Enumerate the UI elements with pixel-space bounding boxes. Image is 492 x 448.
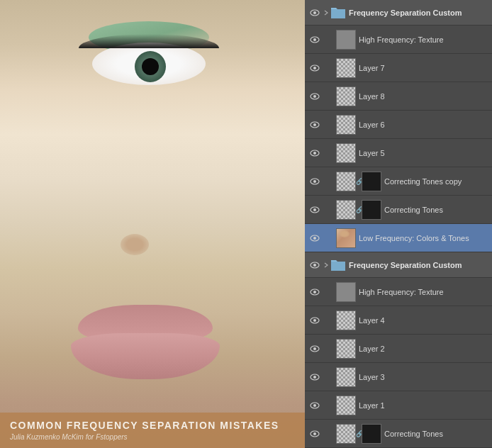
layer-name-0-7: Low Frequency: Colors & Tones [356, 234, 489, 242]
thumb-container-1-0 [336, 282, 356, 302]
layer-name-0-0: High Frequency: Texture [356, 35, 489, 44]
thumb-container-0-3 [336, 115, 356, 135]
svg-point-6 [313, 67, 316, 69]
svg-point-18 [313, 237, 316, 240]
layer-name-1-4: Layer 1 [356, 401, 489, 410]
eye-icon-1-0[interactable] [308, 285, 322, 299]
svg-point-1 [313, 11, 316, 14]
thumb-container-1-4 [336, 396, 356, 415]
caption-title: COMMON FREQUENCY SEPARATION MISTAKES [10, 420, 295, 431]
eye-icon-1-4[interactable] [308, 398, 322, 413]
thumb-container-0-7 [336, 228, 356, 248]
layer-name-1-0: High Frequency: Texture [356, 288, 489, 296]
thumb-container-1-2 [336, 339, 356, 359]
layer-row-0-4[interactable]: Layer 5 [305, 139, 492, 167]
svg-point-25 [313, 319, 316, 322]
svg-point-8 [313, 95, 316, 98]
svg-point-27 [313, 347, 316, 350]
group-name-0: Frequency Separation Custom [346, 9, 489, 17]
eye-icon-0-4[interactable] [308, 146, 322, 160]
layer-row-0-6[interactable]: 🔗 Correcting Tones [305, 196, 492, 224]
eye-icon-1-1[interactable] [308, 313, 322, 327]
layer-name-0-6: Correcting Tones [381, 206, 489, 214]
group-row-0[interactable]: Frequency Separation Custom [305, 0, 492, 26]
eye-icon-0-7[interactable] [308, 231, 322, 245]
face-overlay [0, 0, 305, 448]
layer-name-1-1: Layer 4 [356, 316, 489, 325]
thumb-container-0-1 [336, 58, 356, 78]
layer-row-0-1[interactable]: Layer 7 [305, 54, 492, 82]
eye-icon-group-1[interactable] [308, 258, 322, 272]
layer-row-0-5[interactable]: 🔗 Correcting Tones copy [305, 167, 492, 196]
eye-icon-0-6[interactable] [308, 203, 322, 217]
svg-point-20 [313, 264, 316, 267]
eye-icon-1-2[interactable] [308, 342, 322, 356]
lower-lip [71, 333, 220, 379]
eye-icon-0-5[interactable] [308, 174, 322, 189]
layer-row-0-0[interactable]: High Frequency: Texture [305, 26, 492, 54]
caption-subtitle: Julia Kuzmenko McKim for Fstoppers [10, 433, 295, 441]
chevron-group-1[interactable] [322, 261, 330, 269]
thumb-container-0-4 [336, 143, 356, 163]
eye-icon-1-5[interactable] [308, 427, 322, 441]
layer-row-1-2[interactable]: Layer 2 [305, 335, 492, 363]
eye-icon-1-3[interactable] [308, 370, 322, 384]
layer-row-0-7[interactable]: Low Frequency: Colors & Tones [305, 224, 492, 252]
layer-name-1-3: Layer 3 [356, 373, 489, 381]
thumb-container-0-0 [336, 30, 356, 50]
thumb-container-1-3 [336, 367, 356, 387]
eye-icon-0-3[interactable] [308, 118, 322, 132]
eye-icon-group-0[interactable] [308, 6, 322, 20]
layer-row-1-3[interactable]: Layer 3 [305, 363, 492, 391]
thumb-container-0-6: 🔗 [336, 200, 381, 220]
layer-name-0-2: Layer 8 [356, 92, 489, 101]
layer-name-1-5: Correcting Tones [381, 430, 489, 438]
layers-panel[interactable]: Frequency Separation Custom High Frequen… [305, 0, 492, 448]
eye-icon-0-2[interactable] [308, 89, 322, 103]
svg-point-4 [313, 38, 316, 41]
svg-point-33 [313, 432, 316, 435]
chevron-group-0[interactable] [322, 9, 330, 17]
layer-row-0-3[interactable]: Layer 6 [305, 111, 492, 139]
layer-name-0-3: Layer 6 [356, 121, 489, 129]
eye-icon-0-0[interactable] [308, 33, 322, 47]
nose-tip [121, 234, 149, 255]
svg-point-16 [313, 208, 316, 211]
group-row-1[interactable]: Frequency Separation Custom [305, 252, 492, 278]
svg-point-31 [313, 404, 316, 407]
layer-row-1-0[interactable]: High Frequency: Texture [305, 278, 492, 306]
layer-name-0-1: Layer 7 [356, 64, 489, 72]
photo-caption: COMMON FREQUENCY SEPARATION MISTAKES Jul… [0, 413, 305, 448]
thumb-container-0-2 [336, 86, 356, 106]
photo-background [0, 0, 305, 448]
thumb-container-1-1 [336, 310, 356, 330]
layer-row-0-2[interactable]: Layer 8 [305, 82, 492, 111]
svg-point-10 [313, 123, 316, 126]
layer-row-1-1[interactable]: Layer 4 [305, 306, 492, 335]
svg-point-29 [313, 376, 316, 379]
eye-pupil [142, 58, 159, 75]
thumb-container-1-5: 🔗 [336, 424, 381, 444]
lip-area [57, 305, 234, 390]
nose-area [113, 198, 156, 255]
svg-rect-2 [331, 9, 345, 18]
svg-rect-21 [331, 262, 345, 271]
eye-area [71, 14, 227, 99]
eye-icon-0-1[interactable] [308, 61, 322, 75]
layer-name-0-4: Layer 5 [356, 149, 489, 157]
group-name-1: Frequency Separation Custom [346, 261, 489, 269]
layer-row-1-4[interactable]: Layer 1 [305, 391, 492, 420]
photo-panel: COMMON FREQUENCY SEPARATION MISTAKES Jul… [0, 0, 305, 448]
svg-point-14 [313, 180, 316, 183]
layer-name-1-2: Layer 2 [356, 345, 489, 353]
svg-point-12 [313, 152, 316, 155]
layer-name-0-5: Correcting Tones copy [381, 177, 489, 186]
svg-point-23 [313, 291, 316, 293]
layer-row-1-5[interactable]: 🔗 Correcting Tones [305, 420, 492, 448]
thumb-container-0-5: 🔗 [336, 172, 381, 191]
